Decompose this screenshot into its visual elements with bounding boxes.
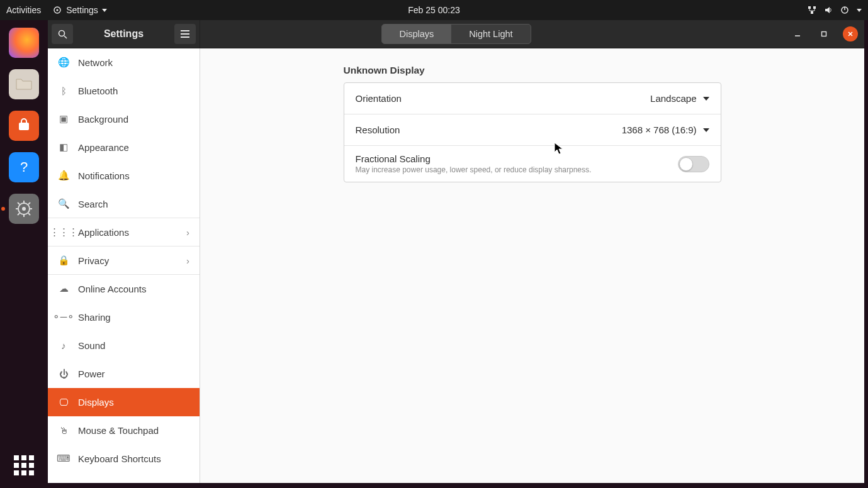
resolution-dropdown[interactable]: 1368 × 768 (16:9) bbox=[622, 125, 709, 135]
sidebar-item-displays[interactable]: 🖵Displays bbox=[48, 388, 200, 416]
sidebar-item-label: Notifications bbox=[78, 170, 130, 181]
chevron-right-icon: › bbox=[186, 255, 189, 266]
sidebar-item-background[interactable]: ▣Background bbox=[48, 105, 200, 133]
gear-icon bbox=[52, 5, 62, 15]
bluetooth-icon: ᛒ bbox=[58, 86, 69, 96]
sidebar-item-label: Applications bbox=[78, 227, 129, 238]
sidebar-item-mouse-touchpad[interactable]: 🖱Mouse & Touchpad bbox=[48, 416, 200, 445]
chevron-down-icon bbox=[703, 128, 709, 132]
app-menu[interactable]: Settings bbox=[52, 5, 107, 15]
close-icon bbox=[847, 31, 854, 37]
fractional-scaling-row: Fractional Scaling May increase power us… bbox=[344, 146, 721, 182]
minimize-icon bbox=[794, 31, 801, 37]
fractional-scaling-switch[interactable] bbox=[678, 156, 709, 172]
background-icon: ▣ bbox=[58, 113, 69, 125]
hamburger-button[interactable] bbox=[174, 24, 196, 44]
sidebar-item-sound[interactable]: ♪Sound bbox=[48, 331, 200, 360]
search-icon bbox=[57, 29, 67, 39]
sidebar-item-label: Online Accounts bbox=[78, 284, 146, 294]
svg-rect-2 bbox=[808, 6, 811, 9]
orientation-dropdown[interactable]: Landscape bbox=[650, 93, 709, 104]
hamburger-icon bbox=[180, 30, 190, 38]
window-title: Settings bbox=[77, 28, 171, 40]
gnome-top-panel: Activities Settings Feb 25 00:23 bbox=[0, 0, 868, 20]
orientation-label: Orientation bbox=[356, 93, 402, 104]
svg-line-19 bbox=[64, 36, 67, 38]
search-button[interactable] bbox=[52, 24, 73, 44]
display-settings-panel: Orientation Landscape Resolution 1368 × … bbox=[344, 82, 721, 182]
dock-app-files[interactable] bbox=[9, 69, 39, 99]
dock-app-help[interactable]: ? bbox=[9, 152, 39, 182]
orientation-row[interactable]: Orientation Landscape bbox=[344, 83, 721, 114]
dock-app-firefox[interactable] bbox=[9, 28, 39, 58]
volume-icon[interactable] bbox=[824, 6, 833, 14]
tab-night-light[interactable]: Night Light bbox=[451, 25, 530, 43]
app-menu-label: Settings bbox=[66, 5, 98, 15]
sidebar-item-network[interactable]: 🌐Network bbox=[48, 48, 200, 77]
sound-icon: ♪ bbox=[58, 340, 69, 351]
resolution-row[interactable]: Resolution 1368 × 768 (16:9) bbox=[344, 114, 721, 146]
svg-rect-24 bbox=[822, 32, 826, 36]
content-area: Unknown Display Orientation Landscape Re… bbox=[200, 48, 864, 483]
svg-point-1 bbox=[57, 9, 59, 11]
sidebar-item-bluetooth[interactable]: ᛒBluetooth bbox=[48, 77, 200, 105]
settings-sidebar[interactable]: 🌐Network ᛒBluetooth ▣Background ◧Appeara… bbox=[48, 48, 200, 483]
window-close-button[interactable] bbox=[843, 26, 858, 42]
applications-icon: ⋮⋮⋮ bbox=[58, 226, 69, 238]
svg-point-18 bbox=[59, 31, 65, 36]
maximize-icon bbox=[821, 31, 827, 37]
network-icon[interactable] bbox=[808, 6, 816, 14]
activities-button[interactable]: Activities bbox=[6, 5, 41, 15]
sidebar-item-search[interactable]: 🔍Search bbox=[48, 190, 200, 218]
svg-line-16 bbox=[18, 213, 20, 215]
sidebar-item-appearance[interactable]: ◧Appearance bbox=[48, 133, 200, 162]
svg-line-17 bbox=[28, 202, 30, 204]
svg-line-14 bbox=[18, 202, 20, 204]
sharing-icon: ⚬─⚬ bbox=[58, 311, 69, 323]
displays-icon: 🖵 bbox=[58, 397, 69, 408]
resolution-label: Resolution bbox=[356, 125, 400, 135]
sidebar-item-sharing[interactable]: ⚬─⚬Sharing bbox=[48, 303, 200, 331]
sidebar-item-label: Search bbox=[78, 199, 108, 209]
headerbar: Settings Displays Night Light bbox=[48, 20, 864, 48]
sidebar-item-privacy[interactable]: 🔒Privacy› bbox=[48, 247, 200, 275]
dock-app-settings[interactable] bbox=[9, 194, 39, 224]
appearance-icon: ◧ bbox=[58, 141, 69, 153]
sidebar-item-label: Sharing bbox=[78, 312, 111, 323]
sidebar-item-notifications[interactable]: 🔔Notifications bbox=[48, 162, 200, 190]
settings-window: Settings Displays Night Light 🌐Network ᛒ… bbox=[48, 20, 864, 483]
dock: ? bbox=[0, 20, 48, 488]
dock-app-applications[interactable] bbox=[13, 454, 35, 477]
sidebar-item-label: Displays bbox=[78, 397, 114, 408]
window-maximize-button[interactable] bbox=[816, 26, 831, 42]
chevron-down-icon bbox=[703, 97, 709, 101]
svg-point-9 bbox=[22, 207, 26, 211]
sidebar-item-power[interactable]: ⏻Power bbox=[48, 360, 200, 388]
fractional-scaling-subtext: May increase power usage, lower speed, o… bbox=[356, 165, 592, 174]
chevron-down-icon[interactable] bbox=[857, 9, 862, 12]
window-minimize-button[interactable] bbox=[790, 26, 805, 42]
view-switcher: Displays Night Light bbox=[381, 24, 531, 44]
tab-displays[interactable]: Displays bbox=[381, 25, 451, 43]
chevron-down-icon bbox=[102, 9, 107, 12]
cloud-icon: ☁ bbox=[58, 283, 69, 294]
sidebar-item-label: Appearance bbox=[78, 142, 129, 153]
chevron-right-icon: › bbox=[186, 227, 189, 238]
sidebar-item-label: Network bbox=[78, 57, 113, 68]
keyboard-icon: ⌨ bbox=[58, 453, 69, 464]
sidebar-item-label: Mouse & Touchpad bbox=[78, 425, 159, 436]
notifications-icon: 🔔 bbox=[58, 170, 69, 181]
sidebar-item-online-accounts[interactable]: ☁Online Accounts bbox=[48, 275, 200, 303]
sidebar-item-label: Keyboard Shortcuts bbox=[78, 453, 161, 464]
clock[interactable]: Feb 25 00:23 bbox=[408, 5, 460, 15]
sidebar-item-label: Sound bbox=[78, 340, 105, 351]
power-icon[interactable] bbox=[840, 6, 849, 14]
dock-app-software[interactable] bbox=[9, 111, 39, 141]
fractional-scaling-label: Fractional Scaling bbox=[356, 153, 592, 164]
svg-line-15 bbox=[28, 213, 30, 215]
sidebar-item-applications[interactable]: ⋮⋮⋮Applications› bbox=[48, 218, 200, 247]
sidebar-item-keyboard-shortcuts[interactable]: ⌨Keyboard Shortcuts bbox=[48, 445, 200, 473]
globe-icon: 🌐 bbox=[58, 57, 69, 68]
mouse-icon: 🖱 bbox=[58, 425, 69, 436]
svg-rect-3 bbox=[813, 6, 816, 9]
